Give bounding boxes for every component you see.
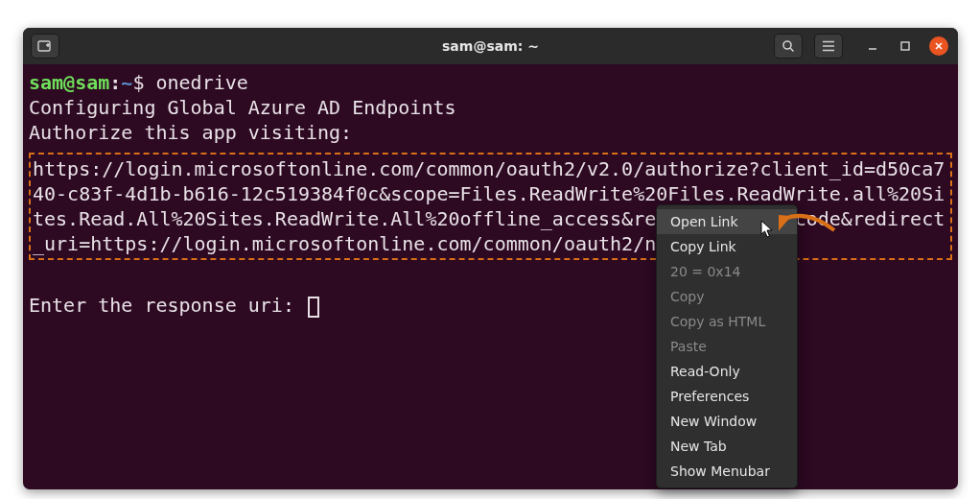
titlebar: sam@sam: ~ (23, 28, 958, 64)
ctx-item-paste: Paste (657, 334, 797, 359)
ctx-item-copy-as-html: Copy as HTML (657, 309, 797, 334)
text-cursor (308, 297, 319, 318)
maximize-button[interactable] (897, 37, 914, 55)
ctx-item-show-menubar[interactable]: Show Menubar (657, 459, 797, 484)
minimize-icon (868, 41, 877, 51)
menu-button[interactable] (814, 34, 843, 59)
terminal-window: sam@sam: ~ (23, 28, 958, 489)
titlebar-right (774, 34, 958, 59)
command-text: onedrive (155, 71, 247, 94)
output-line-2: Authorize this app visiting: (29, 121, 352, 144)
auth-url-block[interactable]: https://login.microsoftonline.com/common… (29, 153, 952, 260)
ctx-item-read-only[interactable]: Read-Only (657, 359, 797, 384)
close-icon (935, 42, 943, 50)
ctx-item-new-window[interactable]: New Window (657, 409, 797, 434)
search-icon (782, 39, 795, 53)
new-tab-button[interactable] (31, 34, 59, 59)
search-button[interactable] (774, 34, 803, 59)
ctx-item-20-0x14: 20 = 0x14 (657, 259, 797, 284)
svg-rect-9 (901, 42, 909, 50)
svg-point-3 (783, 41, 791, 49)
prompt-dollar: $ (132, 71, 155, 94)
response-prompt: Enter the response uri: (29, 294, 306, 317)
terminal-body[interactable]: sam@sam:~$ onedrive Configuring Global A… (23, 64, 958, 489)
output-line-1: Configuring Global Azure AD Endpoints (29, 96, 456, 119)
minimize-button[interactable] (864, 37, 881, 55)
new-tab-icon (37, 39, 53, 53)
maximize-icon (900, 41, 910, 51)
titlebar-left (23, 34, 65, 59)
prompt-colon: : (109, 71, 121, 94)
prompt-path: ~ (121, 71, 132, 94)
prompt-user: sam@sam (29, 71, 109, 94)
ctx-item-preferences[interactable]: Preferences (657, 384, 797, 409)
ctx-item-copy: Copy (657, 284, 797, 309)
ctx-item-new-tab[interactable]: New Tab (657, 434, 797, 459)
ctx-item-open-link[interactable]: Open Link (657, 209, 797, 234)
close-button[interactable] (929, 36, 948, 56)
hamburger-icon (822, 40, 835, 52)
context-menu: Open LinkCopy Link20 = 0x14CopyCopy as H… (656, 204, 798, 488)
svg-line-4 (790, 48, 794, 52)
ctx-item-copy-link[interactable]: Copy Link (657, 234, 797, 259)
